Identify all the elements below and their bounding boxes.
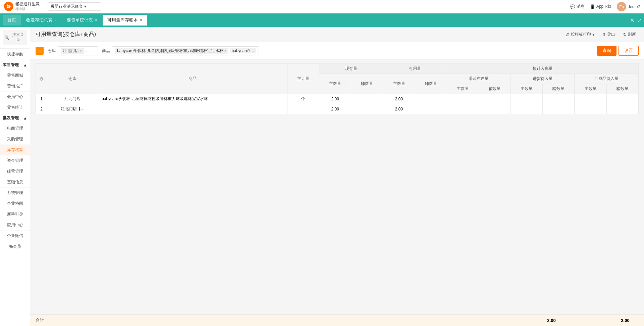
- warehouse-filter: 仓库 江北门店 × ...: [48, 46, 98, 55]
- row-current-aux: [351, 104, 383, 114]
- pt-main-header: 主数量: [447, 84, 479, 94]
- tab-order[interactable]: 要货单统计表 ×: [62, 15, 102, 26]
- page-header: 可用量查询(按仓库+商品) 🖨 按模板打印 ▾ ⬆ 导出 ↻ 刷新: [30, 27, 644, 42]
- row-available-main: 2.00: [383, 104, 415, 114]
- print-template-button[interactable]: 🖨 按模板打印 ▾: [563, 30, 597, 39]
- table-settings-icon[interactable]: ⚙: [39, 76, 44, 82]
- tab-home[interactable]: 首页: [3, 15, 21, 26]
- row-pp-aux: [543, 94, 575, 104]
- sidebar-item-purchase[interactable]: 采购管理: [0, 134, 30, 145]
- user-menu[interactable]: Ea demo2: [617, 2, 640, 11]
- row-pp-main: [511, 94, 543, 104]
- footer-bar: 合计 2.00 2.00: [30, 314, 644, 326]
- message-icon: 💬: [570, 4, 575, 9]
- sidebar-item-member[interactable]: 会员中心: [0, 92, 30, 102]
- sidebar-item-marketing[interactable]: 营销推广: [0, 81, 30, 92]
- close-window-btn[interactable]: ✕: [630, 17, 634, 24]
- product-tag2-text: babycare?...: [232, 48, 254, 53]
- tab-available[interactable]: 可用量库存账本 ×: [103, 15, 147, 26]
- sidebar-section-retail[interactable]: 零售管理 ▲: [0, 60, 30, 70]
- footer-available-main: 2.00: [612, 318, 639, 323]
- app-download-button[interactable]: 📱 App下载: [590, 4, 611, 9]
- tab-available-label: 可用量库存账本: [107, 17, 138, 23]
- tab-order-close[interactable]: ×: [95, 18, 97, 22]
- product-col-header: 商品: [98, 64, 287, 94]
- query-button[interactable]: 查询: [597, 46, 616, 56]
- product-filter-field[interactable]: babycare学饮杯 儿童防摔防撞吸管杯重力球吸嘴杯宝宝水杯 × babyca…: [112, 46, 259, 55]
- quick-nav-label: 快捷导航: [7, 52, 23, 56]
- sidebar-item-finance[interactable]: 资金管理: [0, 155, 30, 166]
- current-aux-qty-header: 辅数量: [351, 74, 383, 94]
- current-main-qty-header: 主数量: [319, 74, 351, 94]
- wholesale-expand-icon: ▲: [23, 116, 27, 121]
- expand-window-btn[interactable]: ⤢: [637, 17, 641, 24]
- messages-button[interactable]: 💬 消息: [570, 4, 585, 9]
- sidebar-section-wholesale[interactable]: 批发管理 ▲: [0, 113, 30, 123]
- row-available-aux: [415, 104, 447, 114]
- available-header: 可用量: [383, 64, 447, 74]
- sidebar: 🔍 搜索菜单 快捷导航 零售管理 ▲ 零售商城 营销推广 会员中心 零售统计 批…: [0, 27, 30, 326]
- tab-receipt-close[interactable]: ×: [54, 18, 57, 22]
- warehouse-filter-label: 仓库: [48, 48, 56, 54]
- row-warehouse: 江北门店【...: [47, 104, 98, 114]
- product-tag1-close[interactable]: ×: [224, 49, 226, 53]
- sidebar-item-quick-nav[interactable]: 快捷导航: [0, 49, 30, 60]
- warehouse-filter-field[interactable]: 江北门店 × ...: [58, 46, 98, 55]
- sidebar-item-system[interactable]: 系统管理: [0, 188, 30, 198]
- sidebar-item-member-vip[interactable]: 畅会员: [0, 241, 30, 252]
- sidebar-item-basic-info[interactable]: 基础信息: [0, 177, 30, 188]
- tab-order-label: 要货单统计表: [67, 17, 93, 23]
- content-area: 可用量查询(按仓库+商品) 🖨 按模板打印 ▾ ⬆ 导出 ↻ 刷新: [30, 27, 644, 326]
- pt-aux-header: 辅数量: [479, 84, 511, 94]
- refresh-button[interactable]: ↻ 刷新: [621, 30, 639, 39]
- table-area: ⚙ 仓库 商品 主计量 现存量 可用量 预计入库量 主数量 辅数量 主数量 辅数…: [30, 59, 644, 314]
- sidebar-item-ecommerce[interactable]: 电商管理: [0, 123, 30, 134]
- unit-col-header: 主计量: [287, 64, 319, 94]
- row-pt-aux: [479, 94, 511, 104]
- sidebar-item-retail-mall[interactable]: 零售商城: [0, 70, 30, 81]
- wholesale-label: 批发管理: [3, 115, 19, 121]
- retail-label: 零售管理: [3, 62, 19, 68]
- window-controls: ✕ ⤢: [630, 17, 641, 24]
- tab-receipt[interactable]: 收发存汇总表 ×: [21, 15, 61, 26]
- row-unit: [287, 104, 319, 114]
- company-selector[interactable]: 母婴行业演示账套 ▾: [48, 2, 101, 11]
- tab-receipt-label: 收发存汇总表: [26, 17, 52, 23]
- print-label: 按模板打印: [571, 32, 591, 37]
- top-bar-left: 好 畅捷通好生意 标准版 母婴行业演示账套 ▾: [4, 2, 101, 11]
- export-button[interactable]: ⬆ 导出: [600, 30, 618, 39]
- table-row: 2 江北门店【... 2.00 2.00: [36, 104, 639, 114]
- prp-main-header: 主数量: [575, 84, 606, 94]
- sidebar-item-retail-stats[interactable]: 零售统计: [0, 102, 30, 113]
- search-menu-button[interactable]: 🔍 搜索菜单: [3, 30, 27, 45]
- row-current-aux: [351, 94, 383, 104]
- row-index: 2: [36, 104, 47, 114]
- refresh-label: 刷新: [628, 32, 636, 37]
- sidebar-item-operation[interactable]: 经营管理: [0, 166, 30, 177]
- settings-button[interactable]: 设置: [619, 46, 639, 56]
- product-filter: 商品 babycare学饮杯 儿童防摔防撞吸管杯重力球吸嘴杯宝宝水杯 × bab…: [102, 46, 259, 55]
- row-pt-main: [447, 104, 479, 114]
- sidebar-item-inventory[interactable]: 库存核算: [0, 145, 30, 155]
- row-pp-aux: [543, 104, 575, 114]
- tab-available-close[interactable]: ×: [140, 18, 142, 22]
- warehouse-more[interactable]: ...: [85, 48, 89, 53]
- company-dropdown-icon: ▾: [84, 4, 86, 9]
- row-available-aux: [415, 94, 447, 104]
- product-tag1: babycare学饮杯 儿童防摔防撞吸管杯重力球吸嘴杯宝宝水杯 ×: [115, 48, 228, 54]
- settings-col-header: ⚙: [36, 64, 47, 94]
- filter-expand-button[interactable]: »: [36, 47, 44, 55]
- logo-icon: 好: [4, 2, 13, 11]
- refresh-icon: ↻: [623, 32, 627, 37]
- sidebar-item-app-center[interactable]: 应用中心: [0, 220, 30, 231]
- sidebar-item-enterprise-wechat[interactable]: 企业微信: [0, 231, 30, 241]
- row-prp-main: [575, 104, 606, 114]
- avatar-text: Ea: [620, 5, 624, 9]
- page-title: 可用量查询(按仓库+商品): [36, 31, 96, 38]
- warehouse-tag-close[interactable]: ×: [80, 49, 82, 53]
- print-dropdown-icon: ▾: [592, 32, 594, 37]
- company-name: 母婴行业演示账套: [51, 4, 83, 9]
- product-tag2: babycare?...: [230, 48, 256, 53]
- sidebar-item-enterprise-collab[interactable]: 企业协同: [0, 198, 30, 209]
- sidebar-item-new-guide[interactable]: 新手引导: [0, 209, 30, 220]
